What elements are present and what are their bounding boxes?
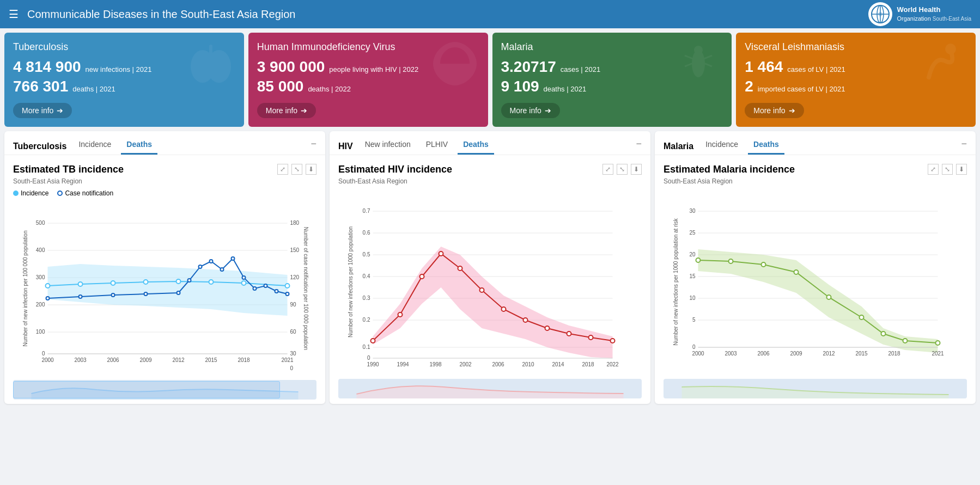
- malaria-tab-incidence[interactable]: Incidence: [700, 138, 744, 155]
- svg-text:25: 25: [689, 230, 696, 236]
- malaria-range-bar[interactable]: [664, 379, 967, 398]
- page-title: Communicable Diseases in the South-East …: [27, 8, 295, 21]
- header-left: ☰ Communicable Diseases in the South-Eas…: [9, 8, 295, 21]
- hiv-stat2-label: deaths | 2022: [308, 85, 351, 93]
- vl-stat2: 2: [745, 78, 753, 95]
- svg-text:30: 30: [290, 351, 297, 357]
- svg-text:180: 180: [290, 220, 300, 226]
- hiv-range-bar[interactable]: [338, 379, 642, 398]
- svg-text:15: 15: [689, 273, 696, 279]
- hiv-icon: [430, 39, 479, 88]
- malaria-minimize[interactable]: −: [961, 138, 967, 154]
- svg-text:0.2: 0.2: [363, 317, 370, 323]
- tb-icon: [186, 39, 235, 88]
- svg-point-124: [729, 259, 733, 263]
- who-logo: World Health Organization South-East Asi…: [868, 2, 971, 26]
- svg-text:2015: 2015: [205, 357, 217, 363]
- svg-point-95: [589, 335, 593, 340]
- tb-more-info[interactable]: More info ➔: [13, 103, 72, 118]
- hiv-stat1: 3 900 000: [257, 58, 325, 76]
- svg-point-44: [46, 297, 50, 300]
- hiv-expand-icon[interactable]: ⤢: [602, 164, 613, 175]
- tb-chart-subtitle: South-East Asia Region: [13, 177, 124, 185]
- svg-text:2012: 2012: [823, 351, 835, 357]
- malaria-download-icon[interactable]: ⬇: [956, 164, 967, 175]
- tb-legend-incidence-dot: [13, 191, 19, 196]
- tb-tab-deaths[interactable]: Deaths: [121, 138, 157, 155]
- malaria-popout-icon[interactable]: ⤡: [942, 164, 953, 175]
- svg-text:2018: 2018: [582, 361, 594, 367]
- svg-point-130: [903, 339, 908, 343]
- svg-point-40: [176, 279, 181, 284]
- vl-more-info[interactable]: More info ➔: [745, 103, 804, 118]
- svg-point-37: [78, 282, 83, 286]
- tb-stat1-label: new infections | 2021: [86, 65, 152, 73]
- hiv-tab-new-infection[interactable]: New infection: [360, 138, 416, 155]
- tb-expand-icon[interactable]: ⤢: [277, 164, 288, 175]
- svg-point-4: [878, 12, 882, 16]
- tb-chart-title: Estimated TB incidence: [13, 164, 124, 175]
- svg-point-49: [188, 279, 191, 282]
- svg-text:Number of new infections per 1: Number of new infections per 1000 popula…: [673, 218, 679, 345]
- svg-text:2000: 2000: [41, 357, 54, 363]
- svg-text:2006: 2006: [492, 361, 504, 367]
- svg-text:2022: 2022: [606, 361, 619, 367]
- hiv-minimize[interactable]: −: [636, 138, 642, 154]
- tb-range-bar[interactable]: [13, 380, 316, 400]
- tb-minimize[interactable]: −: [311, 138, 316, 154]
- malaria-more-info[interactable]: More info ➔: [501, 103, 560, 118]
- hiv-tab-plhiv[interactable]: PLHIV: [421, 138, 453, 155]
- svg-point-86: [398, 312, 403, 317]
- svg-text:0: 0: [367, 355, 370, 361]
- hamburger-menu[interactable]: ☰: [9, 8, 19, 21]
- svg-text:2018: 2018: [888, 351, 900, 357]
- svg-text:0.6: 0.6: [363, 230, 370, 236]
- svg-point-48: [177, 291, 180, 294]
- hiv-more-info[interactable]: More info ➔: [257, 103, 316, 118]
- malaria-tabs: Malaria Incidence Deaths −: [655, 131, 976, 155]
- hiv-chart-subtitle: South-East Asia Region: [338, 177, 452, 185]
- svg-point-38: [111, 281, 115, 285]
- tb-chart-title-block: Estimated TB incidence South-East Asia R…: [13, 164, 124, 189]
- svg-point-46: [112, 293, 115, 297]
- malaria-chart-panel: Malaria Incidence Deaths − Estimated Mal…: [655, 131, 976, 404]
- tb-tab-incidence[interactable]: Incidence: [73, 138, 117, 155]
- malaria-tab-title: Malaria: [664, 142, 693, 151]
- svg-text:400: 400: [36, 247, 45, 253]
- tb-stat2-label: deaths | 2021: [72, 85, 115, 93]
- hiv-popout-icon[interactable]: ⤡: [617, 164, 628, 175]
- hiv-tab-deaths[interactable]: Deaths: [458, 138, 494, 155]
- svg-marker-84: [373, 247, 613, 358]
- svg-text:1994: 1994: [397, 361, 409, 367]
- svg-text:2003: 2003: [74, 357, 87, 363]
- malaria-expand-icon[interactable]: ⤢: [928, 164, 939, 175]
- svg-text:2018: 2018: [238, 357, 250, 363]
- tb-popout-icon[interactable]: ⤡: [291, 164, 302, 175]
- malaria-stat1: 3.20717: [501, 58, 556, 76]
- svg-text:1990: 1990: [367, 361, 379, 367]
- svg-text:30: 30: [689, 208, 696, 214]
- svg-text:2010: 2010: [522, 361, 534, 367]
- svg-text:2014: 2014: [552, 361, 564, 367]
- malaria-tab-deaths[interactable]: Deaths: [748, 138, 784, 155]
- tb-svg: Number of new infection per 100 000 popu…: [13, 201, 316, 376]
- vl-stat2-label: imported cases of LV | 2021: [758, 85, 845, 93]
- hiv-download-icon[interactable]: ⬇: [631, 164, 642, 175]
- vl-stat1: 1 464: [745, 58, 783, 76]
- vl-stat1-label: cases of LV | 2021: [787, 65, 845, 73]
- hiv-chart-icons: ⤢ ⤡ ⬇: [602, 164, 642, 175]
- hiv-stat2: 85 000: [257, 78, 304, 95]
- svg-text:0.1: 0.1: [363, 344, 370, 350]
- svg-point-126: [794, 270, 799, 274]
- svg-text:2006: 2006: [107, 357, 119, 363]
- svg-point-50: [199, 265, 202, 268]
- svg-point-91: [502, 307, 506, 311]
- tb-download-icon[interactable]: ⬇: [306, 164, 316, 175]
- svg-text:2021: 2021: [281, 357, 294, 363]
- svg-text:2009: 2009: [790, 351, 802, 357]
- hiv-stat1-label: people living with HIV | 2022: [329, 65, 418, 73]
- card-malaria: Malaria 3.20717 cases | 2021 9 109 death…: [492, 33, 732, 127]
- svg-point-45: [79, 295, 82, 298]
- svg-text:500: 500: [36, 220, 45, 226]
- svg-text:0: 0: [290, 365, 294, 371]
